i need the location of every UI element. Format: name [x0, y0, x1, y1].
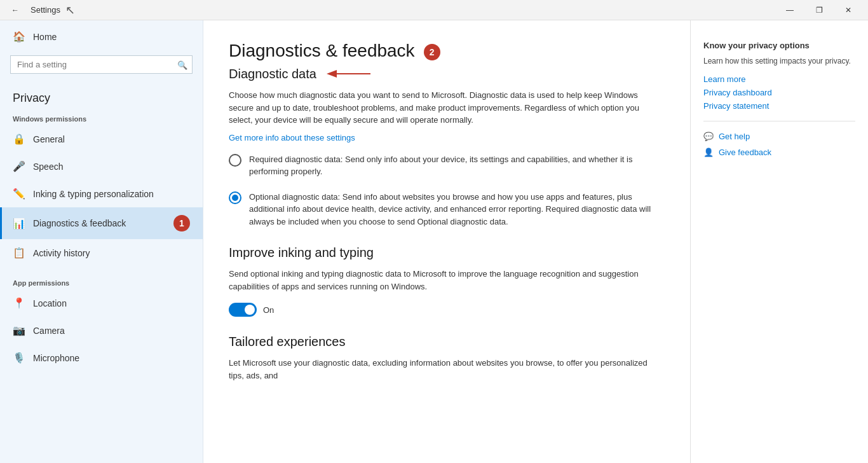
app-body: 🏠 Home 🔍 Privacy Windows permissions 🔒 G…: [0, 20, 868, 463]
section2-title: Improve inking and typing: [229, 245, 665, 260]
sidebar-item-label: General: [33, 134, 65, 144]
minimize-button[interactable]: —: [775, 0, 804, 20]
privacy-label: Privacy: [0, 81, 203, 109]
lock-icon: 🔒: [13, 133, 25, 145]
sidebar-item-label: Location: [33, 298, 67, 308]
badge-1: 1: [173, 215, 190, 232]
sidebar-item-diagnostics[interactable]: 📊 Diagnostics & feedback 1: [0, 207, 203, 239]
arrow-annotation: [323, 66, 374, 81]
sidebar-item-speech[interactable]: 🎤 Speech: [0, 153, 203, 180]
pen-icon: ✏️: [13, 188, 25, 200]
page-title: Diagnostics & feedback: [229, 41, 415, 61]
sidebar-item-general[interactable]: 🔒 General: [0, 125, 203, 153]
give-feedback-action[interactable]: 👤 Give feedback: [703, 148, 855, 157]
app-title: Settings: [31, 5, 60, 15]
get-help-action[interactable]: 💬 Get help: [703, 132, 855, 141]
diagnostic-data-header: Diagnostic data: [229, 66, 665, 81]
search-input[interactable]: [10, 55, 193, 74]
sidebar-search-container: 🔍: [10, 55, 193, 74]
sidebar-item-microphone[interactable]: 🎙️ Microphone: [0, 344, 203, 371]
toggle-label: On: [263, 305, 274, 315]
window-controls: — ❐ ✕: [775, 0, 863, 20]
location-icon: 📍: [13, 297, 25, 309]
diagnostics-icon: 📊: [13, 218, 25, 230]
radio-group: Required diagnostic data: Send only info…: [229, 153, 665, 228]
microphone-icon: 🎙️: [13, 352, 25, 364]
speech-icon: 🎤: [13, 160, 25, 172]
titlebar: ← Settings ↖ — ❐ ✕: [0, 0, 868, 20]
feedback-icon: 👤: [703, 148, 714, 157]
sidebar-item-activity[interactable]: 📋 Activity history: [0, 239, 203, 266]
radio-optional[interactable]: [229, 191, 241, 204]
privacy-dashboard-link[interactable]: Privacy dashboard: [703, 88, 855, 97]
sidebar: 🏠 Home 🔍 Privacy Windows permissions 🔒 G…: [0, 20, 203, 463]
radio-required[interactable]: [229, 154, 241, 167]
radio-item-optional: Optional diagnostic data: Send info abou…: [229, 191, 665, 228]
maximize-button[interactable]: ❐: [804, 0, 834, 20]
right-panel-desc: Learn how this setting impacts your priv…: [703, 55, 855, 67]
section1-title: Diagnostic data: [229, 67, 316, 81]
cursor-indicator: ↖: [65, 3, 75, 17]
right-panel-title: Know your privacy options: [703, 41, 855, 50]
titlebar-left: ← Settings ↖: [5, 0, 75, 20]
sidebar-home[interactable]: 🏠 Home: [0, 20, 203, 53]
badge-2: 2: [424, 44, 440, 60]
right-panel-divider: [703, 121, 855, 121]
inking-description: Send optional inking and typing diagnost…: [229, 268, 665, 293]
radio-required-label: Required diagnostic data: Send only info…: [249, 153, 665, 178]
sidebar-item-label: Diagnostics & feedback: [33, 218, 126, 228]
sidebar-item-label: Camera: [33, 326, 65, 336]
sidebar-item-label: Inking & typing personalization: [33, 189, 154, 199]
sidebar-item-location[interactable]: 📍 Location: [0, 289, 203, 317]
home-label: Home: [33, 32, 57, 42]
app-permissions-label: App permissions: [0, 273, 203, 289]
give-feedback-label: Give feedback: [719, 148, 771, 157]
sidebar-item-camera[interactable]: 📷 Camera: [0, 317, 203, 344]
sidebar-item-label: Microphone: [33, 353, 79, 363]
back-button[interactable]: ←: [5, 0, 25, 20]
tailored-description: Let Microsoft use your diagnostic data, …: [229, 357, 665, 382]
toggle-thumb: [245, 305, 255, 315]
search-icon: 🔍: [177, 60, 187, 69]
history-icon: 📋: [13, 247, 25, 259]
get-more-info-link[interactable]: Get more info about these settings: [229, 133, 355, 142]
sidebar-item-label: Speech: [33, 162, 63, 172]
privacy-statement-link[interactable]: Privacy statement: [703, 101, 855, 111]
radio-item-required: Required diagnostic data: Send only info…: [229, 153, 665, 178]
main-content: Diagnostics & feedback 2 Diagnostic data…: [203, 20, 690, 463]
camera-icon: 📷: [13, 324, 25, 336]
right-panel: Know your privacy options Learn how this…: [690, 20, 868, 463]
sidebar-item-inking[interactable]: ✏️ Inking & typing personalization: [0, 180, 203, 207]
learn-more-link[interactable]: Learn more: [703, 74, 855, 84]
section3-title: Tailored experiences: [229, 335, 665, 349]
close-button[interactable]: ✕: [834, 0, 863, 20]
home-icon: 🏠: [13, 31, 25, 43]
radio-optional-label: Optional diagnostic data: Send info abou…: [249, 191, 665, 228]
page-title-row: Diagnostics & feedback 2: [229, 41, 665, 64]
help-icon: 💬: [703, 132, 714, 141]
windows-permissions-label: Windows permissions: [0, 109, 203, 125]
get-help-label: Get help: [719, 132, 750, 141]
toggle-row: On: [229, 303, 665, 317]
inking-toggle[interactable]: [229, 303, 257, 317]
sidebar-item-label: Activity history: [33, 248, 90, 258]
diagnostic-description: Choose how much diagnostic data you want…: [229, 89, 665, 127]
